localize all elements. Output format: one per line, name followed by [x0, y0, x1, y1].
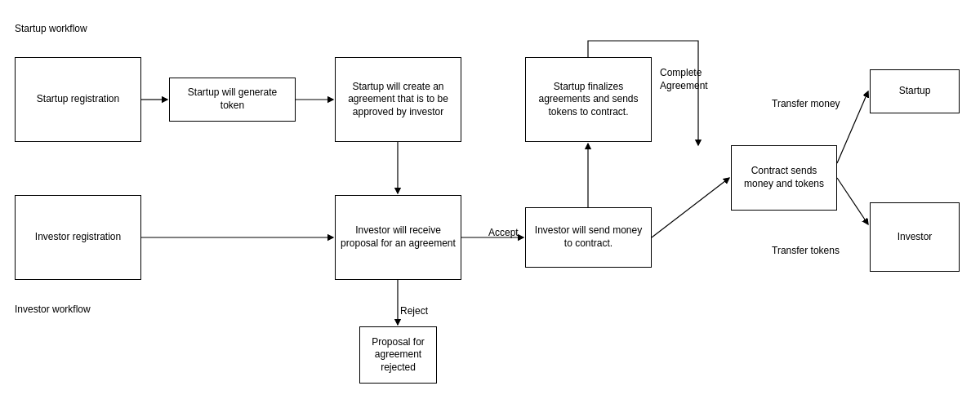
investor-receive-box: Investor will receive proposal for an ag… — [335, 195, 461, 280]
investor-registration-box: Investor registration — [15, 195, 141, 280]
diagram-container: Startup workflow Investor workflow Start… — [0, 0, 980, 408]
investor-send-box: Investor will send money to contract. — [525, 207, 652, 268]
reject-label: Reject — [400, 305, 428, 317]
accept-label: Accept — [488, 227, 519, 238]
startup-finalize-box: Startup finalizes agreements and sends t… — [525, 57, 652, 142]
startup-registration-box: Startup registration — [15, 57, 141, 142]
startup-token-box: Startup will generate token — [169, 78, 296, 122]
svg-line-9 — [837, 178, 868, 224]
startup-entity-box: Startup — [870, 69, 960, 113]
svg-line-10 — [652, 178, 729, 237]
transfer-tokens-label: Transfer tokens — [772, 245, 840, 256]
proposal-rejected-box: Proposal for agreement rejected — [359, 326, 437, 384]
investor-workflow-label: Investor workflow — [15, 304, 91, 315]
startup-agreement-box: Startup will create an agreement that is… — [335, 57, 461, 142]
contract-sends-box: Contract sends money and tokens — [731, 145, 837, 211]
transfer-money-label: Transfer money — [772, 98, 840, 109]
complete-agreement-label: CompleteAgreement — [660, 67, 725, 92]
startup-workflow-label: Startup workflow — [15, 23, 87, 34]
investor-entity-box: Investor — [870, 202, 960, 272]
svg-line-8 — [837, 91, 868, 163]
